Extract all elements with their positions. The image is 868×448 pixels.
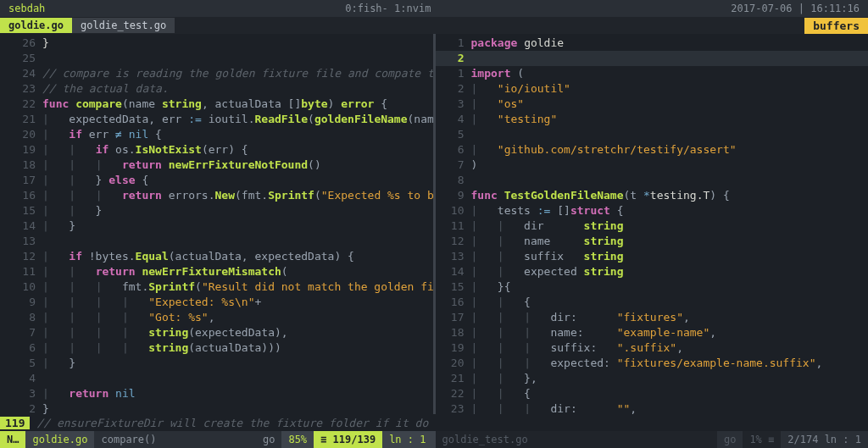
code-text[interactable]: | if !bytes.Equal(actualData, expectedDa…: [42, 249, 433, 264]
code-text[interactable]: | | return newErrFixtureMismatch(: [42, 264, 433, 279]
code-line[interactable]: 23// the actual data.: [0, 81, 433, 97]
code-line[interactable]: 7| | | | string(expectedData),: [0, 325, 433, 340]
tmux-windows[interactable]: 0:fish- 1:nvim: [53, 3, 722, 14]
code-line[interactable]: 7): [436, 158, 869, 173]
code-text[interactable]: // the actual data.: [42, 81, 433, 97]
code-text[interactable]: | | suffix string: [471, 249, 869, 264]
code-text[interactable]: | | | return newErrFixtureNotFound(): [42, 158, 433, 173]
code-text[interactable]: | expectedData, err := ioutil.ReadFile(g…: [42, 112, 433, 127]
code-text[interactable]: | }{: [471, 279, 869, 295]
code-text[interactable]: | | if os.IsNotExist(err) {: [42, 142, 433, 158]
code-text[interactable]: func TestGoldenFileName(t *testing.T) {: [471, 188, 869, 203]
command-line[interactable]: 119 // ensureFixtureDir will create the …: [0, 414, 868, 431]
code-line[interactable]: 1package goldie: [436, 36, 869, 51]
code-line[interactable]: 9func TestGoldenFileName(t *testing.T) {: [436, 188, 869, 203]
code-text[interactable]: | }: [42, 356, 433, 371]
code-text[interactable]: | | | dir: "",: [471, 401, 869, 414]
code-line[interactable]: 17| | | dir: "fixtures",: [436, 310, 869, 325]
code-line[interactable]: 5| }: [0, 356, 433, 371]
code-line[interactable]: 2| "io/ioutil": [436, 81, 869, 97]
tab-goldie-go[interactable]: goldie.go: [0, 18, 72, 33]
code-line[interactable]: 24// compare is reading the golden fixtu…: [0, 66, 433, 81]
code-text[interactable]: }: [42, 36, 433, 51]
code-line[interactable]: 22| | {: [436, 386, 869, 401]
code-text[interactable]: | | | | string(actualData))): [42, 340, 433, 356]
code-line[interactable]: 14| | expected string: [436, 264, 869, 279]
code-text[interactable]: // compare is reading the golden fixture…: [42, 66, 433, 81]
code-text[interactable]: | | | expected: "fixtures/example-name.s…: [471, 356, 869, 371]
code-line[interactable]: 2: [436, 51, 869, 66]
code-line[interactable]: 23| | | dir: "",: [436, 401, 869, 414]
code-text[interactable]: | | | dir: "fixtures",: [471, 310, 869, 325]
code-line[interactable]: 4| "testing": [436, 112, 869, 127]
code-line[interactable]: 16| | {: [436, 295, 869, 310]
code-line[interactable]: 6| | | | string(actualData))): [0, 340, 433, 356]
code-line[interactable]: 21| | },: [436, 371, 869, 386]
tab-goldie-test-go[interactable]: goldie_test.go: [72, 18, 175, 33]
code-text[interactable]: import (: [471, 66, 869, 81]
right-code[interactable]: 1package goldie21import (2| "io/ioutil"3…: [436, 34, 869, 414]
code-text[interactable]: | | dir string: [471, 218, 869, 234]
code-line[interactable]: 6| "github.com/stretchr/testify/assert": [436, 142, 869, 158]
code-line[interactable]: 3| return nil: [0, 386, 433, 401]
code-line[interactable]: 4: [0, 371, 433, 386]
code-text[interactable]: | "io/ioutil": [471, 81, 869, 97]
code-line[interactable]: 8: [436, 173, 869, 188]
code-text[interactable]: | | | suffix: ".suffix",: [471, 340, 869, 356]
code-text[interactable]: [42, 51, 433, 66]
code-line[interactable]: 2}: [0, 401, 433, 414]
code-text[interactable]: | "os": [471, 97, 869, 112]
code-line[interactable]: 3| "os": [436, 97, 869, 112]
code-line[interactable]: 16| | | return errors.New(fmt.Sprintf("E…: [0, 188, 433, 203]
code-line[interactable]: 19| | if os.IsNotExist(err) {: [0, 142, 433, 158]
code-line[interactable]: 18| | | name: "example-name",: [436, 325, 869, 340]
code-text[interactable]: func compare(name string, actualData []b…: [42, 97, 433, 112]
code-text[interactable]: | | | return errors.New(fmt.Sprintf("Exp…: [42, 188, 433, 203]
code-line[interactable]: 19| | | suffix: ".suffix",: [436, 340, 869, 356]
code-text[interactable]: | "testing": [471, 112, 869, 127]
code-text[interactable]: [471, 127, 869, 142]
code-line[interactable]: 17| | } else {: [0, 173, 433, 188]
code-text[interactable]: | | } else {: [42, 173, 433, 188]
code-line[interactable]: 21| expectedData, err := ioutil.ReadFile…: [0, 112, 433, 127]
code-line[interactable]: 8| | | | "Got: %s",: [0, 310, 433, 325]
code-line[interactable]: 22func compare(name string, actualData […: [0, 97, 433, 112]
code-text[interactable]: }: [42, 401, 433, 414]
code-text[interactable]: | | },: [471, 371, 869, 386]
code-line[interactable]: 9| | | | "Expected: %s\n"+: [0, 295, 433, 310]
code-text[interactable]: | | {: [471, 295, 869, 310]
code-text[interactable]: | | expected string: [471, 264, 869, 279]
code-line[interactable]: 15| }{: [436, 279, 869, 295]
code-line[interactable]: 13| | suffix string: [436, 249, 869, 264]
code-text[interactable]: [471, 51, 869, 66]
code-text[interactable]: | | {: [471, 386, 869, 401]
code-text[interactable]: | | }: [42, 203, 433, 218]
code-text[interactable]: | }: [42, 218, 433, 234]
code-line[interactable]: 20| if err ≠ nil {: [0, 127, 433, 142]
code-text[interactable]: | | | name: "example-name",: [471, 325, 869, 340]
code-text[interactable]: package goldie: [471, 36, 869, 51]
code-line[interactable]: 12| if !bytes.Equal(actualData, expected…: [0, 249, 433, 264]
code-line[interactable]: 20| | | expected: "fixtures/example-name…: [436, 356, 869, 371]
code-text[interactable]: | | | | "Expected: %s\n"+: [42, 295, 433, 310]
code-text[interactable]: | return nil: [42, 386, 433, 401]
code-line[interactable]: 18| | | return newErrFixtureNotFound(): [0, 158, 433, 173]
code-text[interactable]: ): [471, 158, 869, 173]
code-text[interactable]: [42, 234, 433, 249]
code-line[interactable]: 10| tests := []struct {: [436, 203, 869, 218]
code-text[interactable]: | tests := []struct {: [471, 203, 869, 218]
code-line[interactable]: 13: [0, 234, 433, 249]
code-text[interactable]: | | name string: [471, 234, 869, 249]
buffers-label[interactable]: buffers: [804, 18, 868, 34]
code-line[interactable]: 11| | dir string: [436, 218, 869, 234]
code-line[interactable]: 15| | }: [0, 203, 433, 218]
code-line[interactable]: 25: [0, 51, 433, 66]
code-line[interactable]: 5: [436, 127, 869, 142]
code-line[interactable]: 11| | return newErrFixtureMismatch(: [0, 264, 433, 279]
code-text[interactable]: | | | fmt.Sprintf("Result did not match …: [42, 279, 433, 295]
right-pane[interactable]: 1package goldie21import (2| "io/ioutil"3…: [433, 34, 869, 414]
code-text[interactable]: | | | | "Got: %s",: [42, 310, 433, 325]
code-line[interactable]: 26}: [0, 36, 433, 51]
code-text[interactable]: [42, 371, 433, 386]
code-line[interactable]: 14| }: [0, 218, 433, 234]
